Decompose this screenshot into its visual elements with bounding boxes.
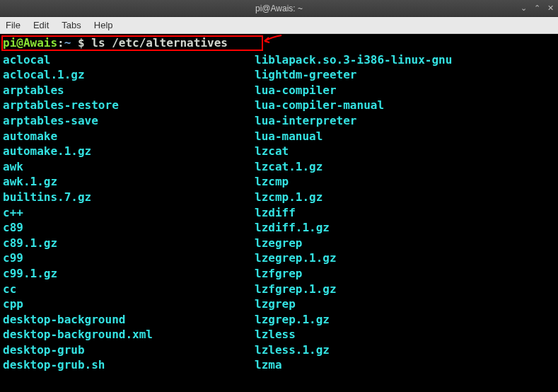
file-entry: c89.1.gz bbox=[3, 236, 255, 251]
maximize-icon[interactable]: ⌃ bbox=[534, 4, 540, 13]
file-entry: lzcat.1.gz bbox=[255, 159, 555, 175]
file-entry: cc bbox=[3, 282, 255, 297]
file-entry: desktop-grub bbox=[3, 342, 255, 358]
file-entry: automake.1.gz bbox=[3, 144, 255, 159]
prompt-user-host: pi@Awais bbox=[3, 36, 57, 50]
file-entry: lzfgrep.1.gz bbox=[255, 282, 555, 297]
file-entry: arptables-restore bbox=[3, 98, 255, 113]
file-entry: lzegrep.1.gz bbox=[255, 250, 555, 266]
file-entry: builtins.7.gz bbox=[3, 190, 255, 205]
file-entry: desktop-background.xml bbox=[3, 327, 255, 342]
file-entry: lua-compiler-manual bbox=[255, 98, 555, 113]
annotation-arrow-icon bbox=[262, 34, 283, 48]
file-entry: lzcat bbox=[255, 144, 555, 159]
file-entry: c89 bbox=[3, 220, 255, 236]
file-entry: desktop-background bbox=[3, 312, 255, 328]
file-entry: awk.1.gz bbox=[3, 174, 255, 190]
window-controls: ⌄ ⌃ ✕ bbox=[521, 4, 554, 13]
file-entry: lzgrep bbox=[255, 296, 555, 312]
file-entry: lzgrep.1.gz bbox=[255, 312, 555, 328]
file-listing: aclocalaclocal.1.gzarptablesarptables-re… bbox=[3, 52, 555, 373]
file-entry: liblapack.so.3-i386-linux-gnu bbox=[255, 52, 555, 68]
prompt-dollar: $ bbox=[71, 36, 91, 50]
file-entry: desktop-grub.sh bbox=[3, 357, 255, 373]
prompt-command: ls /etc/alternatives bbox=[91, 36, 228, 50]
file-entry: aclocal bbox=[3, 52, 255, 68]
prompt-line: pi@Awais:~ $ ls /etc/alternatives bbox=[3, 35, 228, 51]
prompt-path: ~ bbox=[64, 36, 71, 50]
listing-column-2: liblapack.so.3-i386-linux-gnulightdm-gre… bbox=[255, 52, 555, 373]
file-entry: lzdiff bbox=[255, 205, 555, 221]
file-entry: arptables-save bbox=[3, 113, 255, 129]
file-entry: c99.1.gz bbox=[3, 266, 255, 282]
file-entry: lua-interpreter bbox=[255, 113, 555, 129]
file-entry: lua-compiler bbox=[255, 83, 555, 98]
menu-tabs[interactable]: Tabs bbox=[62, 20, 81, 30]
file-entry: awk bbox=[3, 159, 255, 175]
close-icon[interactable]: ✕ bbox=[547, 4, 554, 13]
window-titlebar: pi@Awais: ~ ⌄ ⌃ ✕ bbox=[0, 0, 558, 17]
file-entry: lzfgrep bbox=[255, 266, 555, 282]
file-entry: automake bbox=[3, 129, 255, 144]
minimize-icon[interactable]: ⌄ bbox=[521, 4, 527, 13]
menu-edit[interactable]: Edit bbox=[33, 20, 49, 30]
file-entry: lightdm-greeter bbox=[255, 67, 555, 83]
file-entry: lua-manual bbox=[255, 129, 555, 144]
file-entry: lzdiff.1.gz bbox=[255, 220, 555, 236]
file-entry: lzegrep bbox=[255, 236, 555, 251]
window-title: pi@Awais: ~ bbox=[255, 4, 303, 13]
file-entry: lzcmp.1.gz bbox=[255, 190, 555, 205]
menu-help[interactable]: Help bbox=[94, 20, 113, 30]
menubar: File Edit Tabs Help bbox=[0, 17, 558, 34]
file-entry: c99 bbox=[3, 250, 255, 266]
file-entry: lzless bbox=[255, 327, 555, 342]
listing-column-1: aclocalaclocal.1.gzarptablesarptables-re… bbox=[3, 52, 255, 373]
file-entry: aclocal.1.gz bbox=[3, 67, 255, 83]
prompt-colon: : bbox=[57, 36, 64, 50]
terminal-area[interactable]: pi@Awais:~ $ ls /etc/alternatives acloca… bbox=[0, 34, 558, 392]
file-entry: arptables bbox=[3, 83, 255, 98]
file-entry: c++ bbox=[3, 205, 255, 221]
menu-file[interactable]: File bbox=[6, 20, 21, 30]
file-entry: lzma bbox=[255, 357, 555, 373]
file-entry: cpp bbox=[3, 296, 255, 312]
file-entry: lzcmp bbox=[255, 174, 555, 190]
file-entry: lzless.1.gz bbox=[255, 342, 555, 358]
